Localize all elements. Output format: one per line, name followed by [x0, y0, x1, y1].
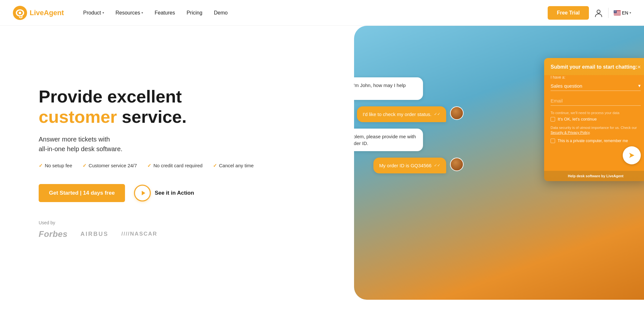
used-by-section: Used by Forbes AIRBUS ////NASCAR: [39, 220, 335, 239]
svg-point-14: [615, 10, 615, 11]
widget-title: Submit your email to start chatting:: [551, 64, 637, 71]
chat-bubble-agent-2: No problem, please provide me with your …: [354, 129, 423, 151]
nav-features[interactable]: Features: [155, 10, 175, 16]
chevron-down-icon: ▾: [141, 11, 143, 15]
svg-point-19: [614, 11, 614, 12]
chat-message-4: My order ID is GQ34566 ✓✓: [354, 158, 464, 173]
language-selector[interactable]: EN ▾: [614, 10, 631, 15]
svg-point-20: [615, 11, 615, 12]
svg-point-21: [615, 11, 615, 12]
hero-features: No setup fee Customer service 24/7 No cr…: [39, 163, 335, 169]
svg-point-4: [597, 10, 600, 13]
lang-label: EN: [622, 10, 628, 15]
nav-product[interactable]: Product ▾: [83, 10, 104, 16]
consent-checkbox-row[interactable]: It's OK, let's continue: [551, 117, 641, 122]
feature-no-setup: No setup fee: [39, 163, 72, 169]
feature-support: Customer service 24/7: [82, 163, 137, 169]
chat-overlay: Hello, I'm John, how may I help you? I'd…: [354, 77, 464, 193]
logo-text: LiveAgent: [30, 9, 64, 17]
play-icon: [140, 190, 146, 196]
nav-right: Free Trial: [548, 6, 631, 20]
user-icon[interactable]: [594, 8, 603, 17]
hero-subtitle: Answer more tickets with all-in-one help…: [39, 134, 335, 154]
hero-title: Provide excellent customer service.: [39, 86, 335, 126]
chevron-down-icon: ▾: [638, 83, 641, 89]
user-avatar-2: [450, 158, 464, 171]
chat-bubble-user-1: I'd like to check my order status. ✓✓: [357, 106, 447, 122]
chat-bubble-agent-1: Hello, I'm John, how may I help you?: [354, 77, 423, 100]
svg-point-13: [615, 10, 615, 11]
chat-message-2: I'd like to check my order status. ✓✓: [354, 106, 464, 122]
remember-checkbox-label: This is a private computer, remember me: [558, 139, 628, 143]
brand-airbus: AIRBUS: [81, 231, 109, 238]
play-button[interactable]: [134, 185, 151, 201]
email-input[interactable]: [551, 96, 641, 106]
send-icon: [628, 152, 635, 159]
svg-point-16: [614, 11, 615, 11]
svg-point-24: [615, 12, 615, 12]
svg-marker-26: [142, 191, 145, 195]
hero-section: Provide excellent customer service. Answ…: [0, 26, 644, 300]
remember-checkbox-row[interactable]: This is a private computer, remember me: [551, 139, 641, 143]
svg-point-17: [615, 11, 615, 11]
brand-forbes: Forbes: [39, 229, 68, 239]
chat-widget: Submit your email to start chatting: × I…: [544, 58, 644, 181]
svg-point-23: [614, 12, 615, 12]
close-icon[interactable]: ×: [637, 64, 641, 71]
submit-button[interactable]: [623, 146, 641, 164]
nav-demo[interactable]: Demo: [214, 10, 228, 16]
hero-right: Hello, I'm John, how may I help you? I'd…: [354, 26, 644, 300]
user-avatar-1: [450, 106, 464, 120]
svg-point-3: [19, 12, 21, 14]
hero-cta: Get Started | 14 days free See it in Act…: [39, 184, 335, 202]
consent-label: To continue, we'll need to process your …: [551, 111, 641, 115]
chat-typing-row: [354, 180, 464, 193]
feature-no-cc: No credit card required: [147, 163, 203, 169]
widget-consent: To continue, we'll need to process your …: [551, 111, 641, 122]
free-trial-button[interactable]: Free Trial: [548, 6, 589, 20]
chat-message-3: No problem, please provide me with your …: [354, 129, 464, 151]
svg-point-12: [614, 10, 614, 11]
widget-submit-area: [551, 146, 641, 164]
chat-message-1: Hello, I'm John, how may I help you?: [354, 77, 464, 100]
widget-body: I have a: Sales question ▾ To continue, …: [544, 75, 644, 171]
widget-field-label: I have a:: [551, 75, 641, 80]
widget-email-field: [551, 96, 641, 106]
widget-department-field: I have a: Sales question ▾: [551, 75, 641, 91]
chevron-down-icon: ▾: [630, 11, 631, 15]
svg-rect-9: [614, 14, 621, 14]
nav-resources[interactable]: Resources ▾: [116, 10, 143, 16]
widget-department-select[interactable]: Sales question ▾: [551, 81, 641, 91]
nav-divider: [608, 8, 609, 18]
flag-icon: [614, 10, 621, 15]
chevron-down-icon: ▾: [102, 11, 104, 15]
consent-checkbox-label: It's OK, let's continue: [558, 117, 597, 122]
svg-point-25: [615, 12, 616, 12]
svg-point-15: [616, 10, 616, 11]
chat-bubble-user-2: My order ID is GQ34566 ✓✓: [373, 158, 447, 173]
nav-pricing[interactable]: Pricing: [187, 10, 202, 16]
svg-point-22: [616, 11, 616, 12]
used-by-label: Used by: [39, 220, 335, 225]
svg-rect-10: [614, 15, 621, 15]
brand-logos: Forbes AIRBUS ////NASCAR: [39, 229, 335, 239]
brand-nascar: ////NASCAR: [121, 231, 158, 237]
remember-checkbox[interactable]: [551, 139, 555, 143]
svg-point-18: [615, 11, 616, 11]
see-action-link[interactable]: See it in Action: [134, 185, 194, 201]
get-started-button[interactable]: Get Started | 14 days free: [39, 184, 125, 202]
privacy-text: Data security is of utmost importance fo…: [551, 125, 641, 135]
widget-header: Submit your email to start chatting: ×: [544, 58, 644, 75]
hero-left: Provide excellent customer service. Answ…: [0, 26, 354, 300]
see-action-label: See it in Action: [155, 190, 194, 196]
svg-marker-27: [629, 153, 634, 158]
nav-links: Product ▾ Resources ▾ Features Pricing D…: [83, 10, 548, 16]
consent-checkbox[interactable]: [551, 117, 555, 122]
logo-icon: [13, 6, 27, 20]
widget-footer: Help desk software by LiveAgent: [544, 171, 644, 181]
logo-link[interactable]: LiveAgent: [13, 6, 64, 20]
feature-cancel: Cancel any time: [213, 163, 254, 169]
navbar: LiveAgent Product ▾ Resources ▾ Features…: [0, 0, 644, 26]
privacy-link[interactable]: Security & Privacy Policy: [551, 131, 590, 134]
